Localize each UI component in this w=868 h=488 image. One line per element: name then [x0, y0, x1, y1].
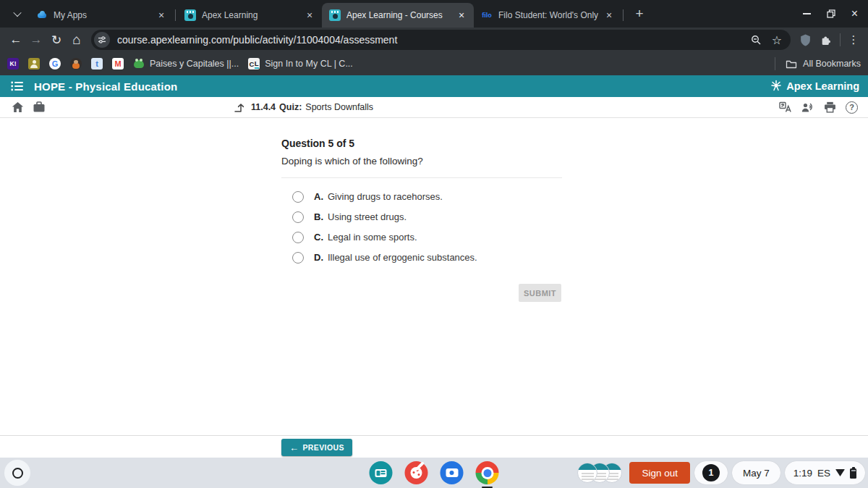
toolbar-separator: [840, 33, 841, 46]
option-letter: B.: [314, 211, 323, 222]
activity-toolbar: 11.4.4 Quiz: Sports Downfalls: [0, 97, 868, 118]
tab-strip: My Apps × Apex Learning × Apex Learning …: [0, 0, 868, 28]
option-text: Illegal use of ergogenic substances.: [328, 252, 477, 263]
reload-icon[interactable]: ↻: [46, 30, 67, 50]
option-d[interactable]: D. Illegal use of ergogenic substances.: [292, 251, 477, 264]
contacts-app-icon[interactable]: [370, 461, 393, 484]
bookmark-t[interactable]: t: [91, 58, 103, 70]
new-tab-button[interactable]: +: [629, 4, 650, 24]
read-aloud-icon[interactable]: [801, 102, 814, 113]
date-pill[interactable]: May 7: [732, 461, 780, 484]
option-c[interactable]: C. Legal in some sports.: [292, 231, 477, 243]
option-b[interactable]: B. Using street drugs.: [292, 211, 477, 223]
wifi-icon: [835, 469, 845, 476]
return-up-icon[interactable]: [233, 101, 244, 113]
tab-filo-student[interactable]: filo Filo Student: World's Only Live ×: [474, 3, 621, 28]
frog-icon: [133, 58, 145, 70]
all-bookmarks-label: All Bookmarks: [803, 59, 861, 69]
option-a[interactable]: A. Giving drugs to racehorses.: [292, 190, 477, 203]
bookmark-paises[interactable]: Paises y Capitales ||...: [133, 58, 239, 70]
bookmark-mycl[interactable]: CL Sign In to My CL | C...: [248, 58, 353, 70]
close-icon[interactable]: ×: [155, 9, 168, 22]
tab-separator: [175, 9, 176, 21]
address-bar[interactable]: course.apexlearning.com/public/activity/…: [91, 30, 791, 50]
apex-brand: Apex Learning: [770, 80, 859, 93]
status-area[interactable]: 1:19 ES: [785, 461, 865, 484]
bookmark-label: Paises y Capitales ||...: [150, 59, 239, 69]
t-icon: t: [91, 58, 103, 70]
notification-pill[interactable]: 1: [694, 461, 728, 484]
activity-type: Quiz:: [279, 102, 302, 112]
option-letter: A.: [314, 191, 323, 202]
classlink-cloud-icon: [36, 9, 48, 21]
forward-icon[interactable]: →: [26, 30, 46, 50]
quiz-content: Question 5 of 5 Doping is which of the f…: [0, 118, 868, 435]
option-text: Legal in some sports.: [328, 232, 417, 243]
chrome-ring: [481, 467, 493, 479]
browser-toolbar: ← → ↻ ⌂ course.apexlearning.com/public/a…: [0, 28, 868, 52]
filo-favicon: filo: [481, 9, 493, 21]
canvas-app-icon[interactable]: [405, 461, 428, 484]
previous-button[interactable]: ← PREVIOUS: [281, 439, 352, 456]
window-controls: ×: [803, 0, 868, 28]
answer-options: A. Giving drugs to racehorses. B. Using …: [292, 190, 477, 264]
close-icon[interactable]: ×: [603, 9, 616, 22]
tab-apex-learning-courses[interactable]: Apex Learning - Courses ×: [322, 3, 474, 28]
tab-search-button[interactable]: [7, 4, 27, 24]
home-icon[interactable]: ⌂: [67, 30, 87, 50]
shield-icon[interactable]: [795, 30, 815, 50]
tote-previews[interactable]: [577, 461, 624, 484]
bookmark-kahoot[interactable]: K!: [7, 58, 19, 70]
back-icon[interactable]: ←: [6, 30, 26, 50]
bookmark-pet[interactable]: [70, 58, 82, 70]
home-icon[interactable]: [12, 101, 24, 113]
close-icon[interactable]: ×: [303, 9, 316, 22]
radio-button[interactable]: [292, 211, 304, 223]
option-text: Using street drugs.: [328, 211, 407, 222]
all-bookmarks-button[interactable]: All Bookmarks: [770, 57, 861, 70]
radio-button[interactable]: [292, 232, 304, 243]
bookmark-google[interactable]: G: [49, 58, 61, 70]
close-icon[interactable]: ×: [455, 9, 468, 22]
extensions-puzzle-icon[interactable]: [815, 30, 835, 50]
briefcase-icon[interactable]: [33, 101, 46, 113]
tab-title: Filo Student: World's Only Live: [498, 10, 598, 20]
tab-apex-learning[interactable]: Apex Learning ×: [177, 3, 322, 28]
launcher-circle-icon: [12, 468, 23, 479]
bookmark-gmail[interactable]: M: [112, 58, 124, 70]
menu-kebab-icon[interactable]: ⋮: [845, 33, 862, 46]
zoom-out-icon[interactable]: [751, 35, 762, 46]
outline-menu-icon[interactable]: [11, 81, 24, 91]
restore-icon[interactable]: [827, 9, 835, 18]
submit-button[interactable]: SUBMIT: [519, 284, 561, 302]
bookmarks-separator: [775, 57, 775, 70]
radio-button[interactable]: [292, 252, 304, 264]
tab-title: Apex Learning: [202, 10, 299, 20]
radio-button[interactable]: [292, 191, 304, 203]
chrome-app-icon[interactable]: [476, 461, 499, 484]
tab-title: Apex Learning - Courses: [346, 10, 451, 20]
bookmark-star-icon[interactable]: ☆: [772, 33, 782, 47]
sign-out-button[interactable]: Sign out: [629, 462, 690, 484]
activity-code: 11.4.4: [251, 102, 276, 112]
option-letter: C.: [314, 232, 323, 243]
print-icon[interactable]: [824, 101, 836, 113]
question-counter: Question 5 of 5: [281, 138, 354, 149]
url-text[interactable]: course.apexlearning.com/public/activity/…: [117, 34, 741, 46]
launcher-button[interactable]: [4, 460, 30, 486]
site-settings-icon[interactable]: [94, 32, 110, 48]
help-icon[interactable]: ?: [846, 101, 858, 114]
chrome-center: [483, 469, 491, 477]
tab-separator: [623, 9, 624, 21]
camera-app-icon[interactable]: [441, 461, 464, 484]
translate-icon[interactable]: [779, 101, 792, 113]
gmail-icon: M: [112, 58, 124, 70]
course-title: HOPE - Physical Education: [34, 80, 177, 93]
bookmarks-bar: K! G t M Paises y Capitales ||... CL Sig…: [0, 52, 868, 75]
question-divider: [281, 177, 562, 178]
ime-label: ES: [817, 468, 830, 479]
tab-my-apps[interactable]: My Apps ×: [29, 3, 174, 28]
minimize-icon[interactable]: [803, 13, 811, 14]
bookmark-classroom[interactable]: [28, 58, 40, 70]
close-icon[interactable]: ×: [851, 8, 858, 20]
